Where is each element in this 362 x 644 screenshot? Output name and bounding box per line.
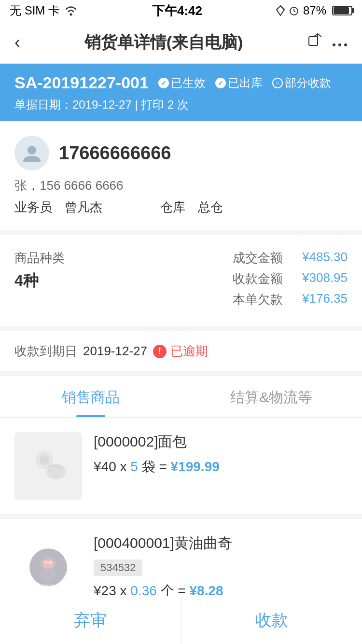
wifi-icon — [64, 5, 78, 16]
overdue-icon: ! — [153, 345, 167, 358]
received-amount-row: 收款金额 ¥308.95 — [233, 270, 348, 287]
svg-point-0 — [70, 14, 72, 16]
bottom-bar: 弃审 收款 — [0, 596, 362, 644]
overdue-text: 已逾期 — [170, 343, 208, 360]
customer-avatar — [14, 136, 49, 170]
warehouse-info: 仓库 总仓 — [160, 199, 223, 216]
tab-settlement[interactable]: 结算&物流等 — [181, 376, 362, 417]
carrier-text: 无 SIM 卡 — [10, 3, 60, 18]
svg-point-6 — [333, 43, 335, 46]
location-icon — [276, 5, 285, 16]
check-icon-2: ✓ — [215, 78, 226, 88]
salesperson-info: 业务员 曾凡杰 — [14, 199, 102, 216]
svg-point-20 — [50, 562, 51, 564]
customer-staff-row: 业务员 曾凡杰 仓库 总仓 — [14, 199, 348, 216]
nav-actions — [307, 33, 348, 52]
clock-icon: ○ — [272, 78, 283, 88]
product-image-2: advanced whale — [14, 533, 82, 601]
product-qty-1: 5 — [130, 459, 138, 474]
svg-point-19 — [45, 562, 47, 564]
product-types-value: 4种 — [14, 270, 65, 292]
customer-section: 17666666666 张，156 6666 6666 业务员 曾凡杰 仓库 总… — [0, 121, 362, 235]
overdue-badge: ! 已逾期 — [153, 343, 208, 360]
tabs-section: 销售商品 结算&物流等 — [0, 376, 362, 418]
product-types-label: 商品种类 — [14, 250, 65, 266]
product-price-row-1: ¥40 x 5 袋 = ¥199.99 — [94, 458, 348, 476]
amount-summary: 成交金额 ¥485.30 收款金额 ¥308.95 本单欠款 ¥176.35 — [233, 250, 348, 312]
svg-point-9 — [28, 146, 36, 154]
deal-amount-label: 成交金额 — [233, 250, 283, 266]
received-amount-value: ¥308.95 — [302, 270, 348, 287]
tab-sales-products[interactable]: 销售商品 — [0, 376, 181, 417]
svg-point-12 — [40, 457, 42, 460]
status-badges: ✓ 已生效 ✓ 已出库 ○ 部分收款 — [158, 75, 331, 91]
svg-point-16 — [42, 559, 54, 569]
product-sku-2: 534532 — [94, 560, 142, 576]
battery-percent: 87% — [303, 4, 326, 17]
status-shipped: ✓ 已出库 — [215, 75, 263, 91]
due-date-value: 2019-12-27 — [83, 344, 147, 359]
alarm-icon — [289, 5, 299, 16]
due-section: 收款到期日 2019-12-27 ! 已逾期 — [0, 331, 362, 376]
order-header: SA-20191227-001 ✓ 已生效 ✓ 已出库 ○ 部分收款 单据日期：… — [0, 64, 362, 121]
summary-section: 商品种类 4种 成交金额 ¥485.30 收款金额 ¥308.95 本单欠款 ¥… — [0, 235, 362, 331]
cancel-button[interactable]: 弃审 — [0, 596, 181, 644]
battery-icon — [332, 6, 352, 15]
due-date-label: 收款到期日 — [14, 343, 77, 360]
deal-amount-row: 成交金额 ¥485.30 — [233, 250, 348, 266]
svg-point-7 — [338, 43, 341, 46]
order-meta: 单据日期：2019-12-27 | 打印 2 次 — [14, 97, 348, 112]
summary-row: 商品种类 4种 成交金额 ¥485.30 收款金额 ¥308.95 本单欠款 ¥… — [14, 250, 348, 312]
customer-name-phone: 张，156 6666 6666 — [14, 177, 348, 194]
svg-line-3 — [294, 11, 295, 12]
product-name-2: [000400001]黄油曲奇 — [94, 533, 348, 553]
debt-amount-value: ¥176.35 — [302, 291, 348, 308]
svg-rect-4 — [309, 37, 318, 45]
more-icon[interactable] — [332, 33, 348, 51]
product-info-2: [000400001]黄油曲奇 534532 ¥23 x 0.36 个 = ¥8… — [94, 533, 348, 600]
deal-amount-value: ¥485.30 — [302, 250, 348, 266]
share-icon[interactable] — [307, 33, 322, 52]
order-id: SA-20191227-001 — [14, 73, 149, 92]
status-bar-time: 下午4:42 — [152, 2, 202, 19]
back-button[interactable]: ‹ — [14, 32, 20, 53]
status-activated: ✓ 已生效 — [158, 75, 206, 91]
product-image-1 — [14, 432, 82, 500]
status-bar-left: 无 SIM 卡 — [10, 3, 78, 18]
debt-amount-label: 本单欠款 — [233, 291, 283, 308]
debt-amount-row: 本单欠款 ¥176.35 — [233, 291, 348, 308]
svg-point-8 — [344, 43, 347, 46]
product-types: 商品种类 4种 — [14, 250, 65, 292]
list-item: [0000002]面包 ¥40 x 5 袋 = ¥199.99 — [0, 418, 362, 514]
product-list: [0000002]面包 ¥40 x 5 袋 = ¥199.99 — [0, 418, 362, 616]
product-total-1: ¥199.99 — [171, 459, 220, 474]
check-icon-1: ✓ — [158, 78, 169, 88]
confirm-button[interactable]: 收款 — [181, 596, 362, 644]
status-bar: 无 SIM 卡 下午4:42 87% — [0, 0, 362, 21]
customer-phone: 17666666666 — [59, 143, 171, 164]
product-info-1: [0000002]面包 ¥40 x 5 袋 = ¥199.99 — [94, 432, 348, 476]
nav-bar: ‹ 销货单详情(来自电脑) — [0, 21, 362, 64]
status-bar-right: 87% — [276, 4, 352, 17]
status-partial-payment: ○ 部分收款 — [272, 75, 331, 91]
customer-row: 17666666666 — [14, 136, 348, 170]
svg-text:advanced whale: advanced whale — [39, 583, 57, 586]
page-title: 销货单详情(来自电脑) — [84, 31, 243, 54]
product-name-1: [0000002]面包 — [94, 432, 348, 452]
received-amount-label: 收款金额 — [233, 270, 283, 287]
